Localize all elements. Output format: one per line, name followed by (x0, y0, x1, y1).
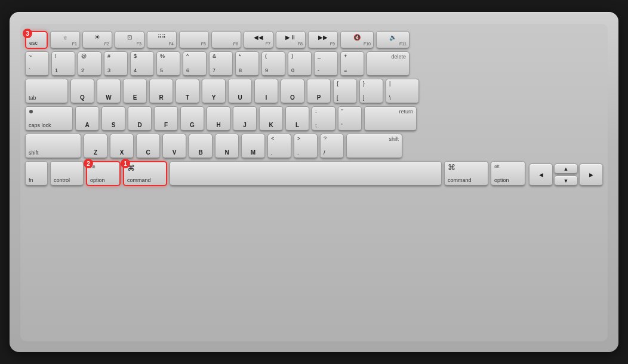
key-f1[interactable]: ☼ F1 (50, 31, 80, 49)
key-v[interactable]: V (162, 134, 186, 159)
key-backtick[interactable]: ~ ` (25, 51, 49, 76)
key-delete[interactable]: delete (367, 51, 410, 76)
at-symbol: @ (81, 53, 87, 59)
f10-label: F10 (364, 42, 371, 46)
f3-label: F3 (137, 42, 141, 46)
key-lbracket[interactable]: { [ (333, 79, 357, 104)
key-t[interactable]: T (176, 79, 199, 104)
key-f9[interactable]: ▶▶ F9 (308, 31, 338, 49)
command-left-label: command (127, 177, 151, 183)
backslash-symbol: \ (389, 95, 391, 101)
key-7[interactable]: & 7 (209, 51, 233, 76)
f-label: F (164, 122, 168, 128)
key-f2[interactable]: ☀ F2 (82, 31, 112, 49)
arrow-down-symbol: ▼ (564, 178, 569, 184)
key-arrow-left[interactable]: ◀ (529, 164, 553, 186)
key-period[interactable]: > . (294, 134, 318, 159)
lparen-symbol: ( (265, 53, 267, 59)
asterisk-symbol: * (239, 53, 241, 59)
key-h[interactable]: H (207, 106, 230, 131)
key-arrow-up[interactable]: ▲ (554, 164, 578, 174)
function-key-row: 3 esc ☼ F1 ☀ F2 ⊡ F3 ⠿⠿ F4 F5 (25, 30, 603, 49)
key-8[interactable]: * 8 (235, 51, 259, 76)
key-arrow-down[interactable]: ▼ (554, 175, 578, 186)
key-b[interactable]: B (189, 134, 213, 159)
key-c[interactable]: C (136, 134, 160, 159)
i-label: I (266, 94, 267, 101)
key-slash[interactable]: ? / (320, 134, 344, 159)
key-capslock[interactable]: caps lock (25, 106, 73, 131)
key-n[interactable]: N (215, 134, 239, 159)
key-comma[interactable]: < , (267, 134, 291, 159)
key-3[interactable]: # 3 (104, 51, 128, 76)
key-f[interactable]: F (154, 106, 178, 131)
key-fn[interactable]: fn (25, 161, 48, 186)
key-control[interactable]: control (50, 161, 84, 186)
key-p[interactable]: P (307, 79, 331, 104)
key-return[interactable]: return (364, 106, 417, 131)
key-f6[interactable]: F6 (211, 31, 241, 49)
key-command-left[interactable]: 1 ⌘ command (123, 161, 167, 186)
key-esc[interactable]: 3 esc (25, 31, 48, 49)
key-g[interactable]: G (180, 106, 204, 131)
key-e[interactable]: E (123, 79, 147, 104)
key-u[interactable]: U (228, 79, 252, 104)
key-option-right[interactable]: alt option (491, 161, 525, 186)
key-5[interactable]: % 5 (156, 51, 180, 76)
key-minus[interactable]: _ - (314, 51, 338, 76)
key-y[interactable]: Y (202, 79, 226, 104)
pipe-symbol: | (389, 81, 390, 87)
key-equals[interactable]: + = (340, 51, 364, 76)
key-space[interactable] (170, 161, 442, 186)
key-f8[interactable]: ▶⏸ F8 (276, 31, 306, 49)
key-9[interactable]: ( 9 (261, 51, 285, 76)
key-tab[interactable]: tab (25, 79, 68, 104)
key-z[interactable]: Z (84, 134, 107, 159)
key-l[interactable]: L (285, 106, 309, 131)
f11-label: F11 (399, 42, 407, 46)
dollar-symbol: $ (134, 53, 137, 59)
f2-label: F2 (104, 42, 109, 46)
key-s[interactable]: S (101, 106, 125, 131)
key-f11[interactable]: 🔉 F11 (376, 31, 410, 49)
b-label: B (198, 149, 202, 156)
key-shift-left[interactable]: shift (25, 134, 81, 159)
key-f10[interactable]: 🔇 F10 (340, 31, 374, 49)
key-i[interactable]: I (254, 79, 278, 104)
key-x[interactable]: X (110, 134, 134, 159)
key-6[interactable]: ^ 6 (183, 51, 207, 76)
key-o[interactable]: O (281, 79, 304, 104)
key-1[interactable]: ! 1 (51, 51, 75, 76)
key-quote[interactable]: " ' (338, 106, 362, 131)
key-backslash[interactable]: | \ (386, 79, 419, 104)
key-semicolon[interactable]: : ; (312, 106, 335, 131)
f4-label: F4 (169, 42, 174, 46)
key-w[interactable]: W (97, 79, 121, 104)
key-d[interactable]: D (128, 106, 152, 131)
key-f7[interactable]: ◀◀ F7 (244, 31, 273, 49)
key-rbracket[interactable]: } ] (359, 79, 383, 104)
key-option-left[interactable]: 2 alt option (86, 161, 121, 186)
key-command-right[interactable]: ⌘ command (444, 161, 488, 186)
period-symbol: . (297, 150, 299, 156)
key-0[interactable]: ) 0 (288, 51, 312, 76)
key-j[interactable]: J (233, 106, 257, 131)
f5-label: F5 (201, 42, 206, 46)
key-shift-right[interactable]: shift (346, 134, 402, 159)
u-label: U (238, 94, 242, 101)
key-a[interactable]: A (75, 106, 99, 131)
key-f5[interactable]: F5 (179, 31, 209, 49)
f7-label: F7 (266, 42, 270, 46)
key-k[interactable]: K (259, 106, 283, 131)
return-top-label: return (399, 109, 413, 115)
dquote-symbol: " (341, 108, 343, 114)
key-f4[interactable]: ⠿⠿ F4 (147, 31, 177, 49)
key-4[interactable]: $ 4 (130, 51, 154, 76)
key-f3[interactable]: ⊡ F3 (115, 31, 144, 49)
key-arrow-right[interactable]: ▶ (579, 164, 603, 186)
key-r[interactable]: R (149, 79, 173, 104)
two-label: 2 (81, 67, 84, 73)
key-m[interactable]: M (241, 134, 265, 159)
key-q[interactable]: Q (70, 79, 94, 104)
key-2[interactable]: @ 2 (78, 51, 101, 76)
